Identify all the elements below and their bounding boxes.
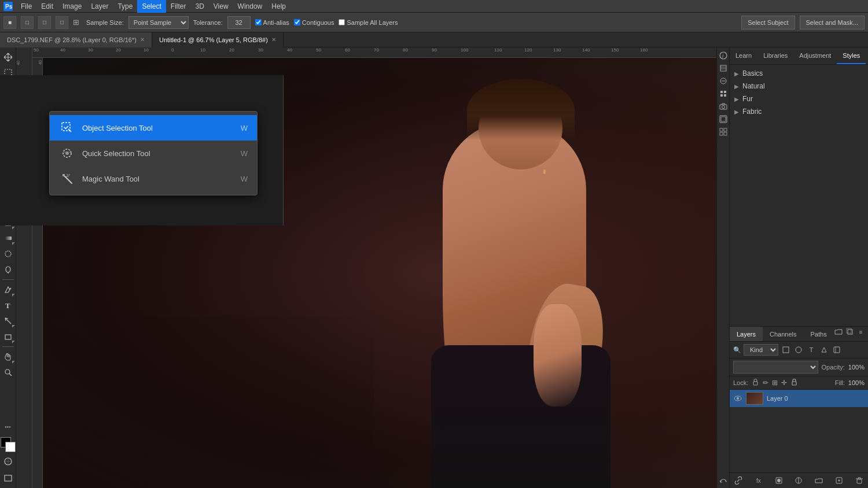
camera-icon[interactable]	[718, 101, 729, 112]
grid-icon[interactable]	[718, 126, 729, 138]
kind-filter-select[interactable]: Kind Name Effect Mode Attribute Color Sm…	[744, 344, 778, 356]
tool-mode-add[interactable]: □	[21, 16, 34, 29]
search-icon: 🔍	[733, 346, 741, 354]
flyout-item-quick-selection[interactable]: Quick Selection Tool W	[50, 141, 257, 166]
tab-styles[interactable]: Styles	[837, 47, 866, 64]
svg-point-22	[720, 52, 727, 59]
layers-copy-icon[interactable]	[845, 327, 855, 337]
quick-selection-icon	[59, 145, 75, 161]
select-subject-button[interactable]: Select Subject	[741, 16, 795, 29]
app-icon: Ps	[0, 0, 16, 13]
blend-mode-select[interactable]: Normal	[733, 361, 818, 374]
lock-move-icon[interactable]: ✛	[781, 379, 787, 387]
right-icons-bar: i	[716, 47, 729, 488]
tolerance-input[interactable]	[227, 16, 251, 29]
style-group-natural[interactable]: ▶ Natural	[730, 80, 868, 93]
text-layer-filter[interactable]: T	[806, 345, 816, 355]
layers-fx-icon[interactable]: fx	[753, 475, 764, 486]
tab-2-close[interactable]: ✕	[271, 36, 276, 43]
layers-tab-channels[interactable]: Channels	[763, 327, 803, 341]
tool-mode-subtract[interactable]: □	[38, 16, 51, 29]
color-swatch[interactable]	[1, 437, 16, 452]
learn-icon[interactable]: i	[718, 50, 729, 61]
anti-alias-check[interactable]: Anti-alias	[255, 19, 289, 26]
tab-2[interactable]: Untitled-1 @ 66.7% (Layer 5, RGB/8#) ✕	[152, 32, 284, 47]
layer-visibility-eye[interactable]	[733, 394, 742, 403]
svg-rect-39	[720, 132, 723, 135]
layers-folder-icon[interactable]	[834, 327, 843, 337]
menu-view[interactable]: View	[209, 0, 233, 13]
hand-tool[interactable]: ◤	[1, 349, 16, 364]
screen-mode-btn[interactable]	[1, 471, 16, 486]
menu-file[interactable]: File	[16, 0, 36, 13]
menu-image[interactable]: Image	[58, 0, 86, 13]
fill-value[interactable]: 100%	[848, 379, 865, 386]
quick-mask-btn[interactable]	[1, 454, 16, 469]
zoom-tool[interactable]	[1, 365, 16, 380]
tab-learn[interactable]: Learn	[730, 47, 757, 64]
layers-more-icon[interactable]: ≡	[856, 327, 866, 337]
blur-tool[interactable]	[1, 246, 16, 261]
layers-adjustment-icon[interactable]	[793, 475, 804, 486]
dodge-tool[interactable]	[1, 262, 16, 277]
menu-type[interactable]: Type	[113, 0, 137, 13]
tab-1-close[interactable]: ✕	[140, 36, 145, 43]
menu-window[interactable]: Window	[233, 0, 267, 13]
flyout-item-magic-wand[interactable]: Magic Wand Tool W	[50, 166, 257, 191]
layers-tab-paths[interactable]: Paths	[804, 327, 834, 341]
lock-paint-icon[interactable]: ✏	[763, 379, 768, 387]
tool-mode-intersect[interactable]: □	[56, 16, 68, 29]
shape-tool[interactable]: ◤	[1, 329, 16, 344]
tab-libraries[interactable]: Libraries	[757, 47, 793, 64]
layers-tab-layers[interactable]: Layers	[730, 327, 763, 341]
vector-layer-filter[interactable]	[819, 345, 829, 355]
layers-new-icon[interactable]	[834, 475, 844, 486]
style-group-fur[interactable]: ▶ Fur	[730, 93, 868, 105]
flyout-item-object-selection-shortcut: W	[241, 124, 248, 132]
menu-filter[interactable]: Filter	[166, 0, 191, 13]
gradient-tool[interactable]: ◤	[1, 231, 16, 246]
sample-size-label: Sample Size:	[86, 19, 124, 26]
layers-group-icon[interactable]	[814, 475, 824, 486]
tool-mode-new[interactable]: ■	[3, 16, 16, 29]
contiguous-check[interactable]: Contiguous	[294, 19, 334, 26]
history-icon[interactable]	[718, 476, 729, 488]
adjustment-layer-filter[interactable]	[793, 345, 804, 355]
tab-adjustment[interactable]: Adjustment	[793, 47, 837, 64]
style-group-fabric[interactable]: ▶ Fabric	[730, 105, 868, 118]
path-select-tool[interactable]: ◤	[1, 313, 16, 328]
smart-object-filter[interactable]	[832, 345, 842, 355]
text-tool[interactable]: T	[1, 298, 16, 313]
menu-3d[interactable]: 3D	[190, 0, 208, 13]
libraries-icon[interactable]	[718, 62, 729, 74]
flyout-item-quick-selection-shortcut: W	[241, 149, 248, 158]
menu-help[interactable]: Help	[267, 0, 290, 13]
tab-1[interactable]: DSC_1799.NEF @ 28.8% (Layer 0, RGB/16*) …	[0, 32, 152, 47]
lock-pixels-icon[interactable]	[752, 378, 759, 387]
flyout-item-quick-selection-label: Quick Selection Tool	[82, 149, 234, 158]
style-group-basics[interactable]: ▶ Basics	[730, 67, 868, 80]
pen-tool[interactable]: ◤	[1, 282, 16, 297]
styles-icon[interactable]	[718, 88, 729, 99]
select-and-mask-button[interactable]: Select and Mask...	[800, 16, 865, 29]
pixel-layer-filter[interactable]	[781, 345, 791, 355]
layers-mask-icon[interactable]	[774, 475, 784, 486]
layers-bottom-bar: fx	[730, 472, 868, 488]
frame-icon[interactable]	[718, 113, 729, 125]
ruler-horizontal: 50 40 30 20 10 0 10 20 30 40 50 60 70 80…	[32, 47, 716, 58]
lock-all-icon[interactable]	[790, 378, 798, 387]
layers-delete-icon[interactable]	[854, 475, 865, 486]
more-tools[interactable]: •••	[1, 419, 16, 434]
flyout-item-object-selection[interactable]: Object Selection Tool W	[50, 115, 257, 141]
layer-item-0[interactable]: Layer 0	[730, 390, 868, 407]
adjustment-icon[interactable]	[718, 75, 729, 87]
layers-link-icon[interactable]	[733, 475, 744, 486]
sample-all-layers-check[interactable]: Sample All Layers	[339, 19, 398, 26]
menu-layer[interactable]: Layer	[86, 0, 113, 13]
menu-select[interactable]: Select	[137, 0, 165, 13]
menu-edit[interactable]: Edit	[36, 0, 58, 13]
opacity-value[interactable]: 100%	[848, 364, 865, 371]
sample-size-select[interactable]: Point Sample 3 by 3 Average 5 by 5 Avera…	[128, 16, 189, 29]
lock-artboard-icon[interactable]: ⊞	[772, 379, 778, 387]
move-tool[interactable]	[1, 50, 16, 65]
